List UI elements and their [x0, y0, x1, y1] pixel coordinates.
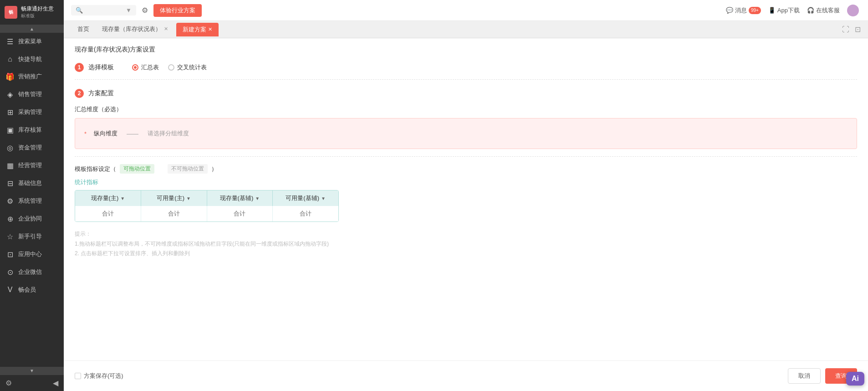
message-badge: 99+ — [749, 7, 761, 14]
section1-header: 1 选择模板 汇总表 交叉统计表 — [75, 63, 857, 72]
sidebar-item-sales[interactable]: ◈ 销售管理 — [0, 86, 64, 103]
section-choose-template: 1 选择模板 汇总表 交叉统计表 — [75, 63, 857, 80]
gift-icon: 🎁 — [5, 72, 15, 81]
radio-summary-indicator — [132, 64, 138, 71]
tab-home-label: 首页 — [77, 25, 89, 33]
new-guide-icon: ☆ — [5, 232, 15, 241]
page-content: 现存量(库存状况表)方案设置 1 选择模板 汇总表 交叉统计表 — [64, 38, 868, 360]
stats-col-0-dropdown[interactable]: ▼ — [120, 196, 125, 201]
section1-number: 1 — [75, 63, 84, 72]
message-button[interactable]: 💬 消息 99+ — [726, 6, 761, 15]
stats-table-row: 合计 合计 合计 合计 — [75, 206, 338, 221]
search-dropdown-icon[interactable]: ▼ — [126, 7, 132, 14]
stats-section-title: 统计指标 — [75, 178, 857, 186]
finance-icon: ◎ — [5, 144, 15, 152]
tab-inventory-status[interactable]: 现存量（库存状况表） ✕ — [96, 21, 174, 38]
save-option-label: 方案保存(可选) — [84, 372, 123, 380]
app-download-icon: 📱 — [768, 7, 776, 14]
cancel-button[interactable]: 取消 — [788, 368, 821, 384]
dimension-row: * 纵向维度 —— 请选择分组维度 — [84, 129, 189, 138]
tips-title: 提示： — [75, 231, 91, 237]
movable-badge: 可拖动位置 — [120, 164, 154, 174]
fixed-badge: 不可拖动位置 — [168, 164, 208, 174]
sidebar-item-inventory[interactable]: ▣ 库存核算 — [0, 121, 64, 139]
sidebar-item-finance[interactable]: ◎ 资金管理 — [0, 139, 64, 157]
tab-inventory-status-close[interactable]: ✕ — [164, 26, 168, 32]
sidebar-item-membership[interactable]: V 畅会员 — [0, 281, 64, 298]
sidebar-item-label: 应用中心 — [18, 250, 42, 258]
save-checkbox[interactable] — [75, 373, 81, 379]
stats-col-1-label: 可用量(主) — [157, 194, 184, 202]
dimension-box[interactable]: * 纵向维度 —— 请选择分组维度 — [75, 118, 857, 149]
sidebar-item-new-guide[interactable]: ☆ 新手引导 — [0, 228, 64, 246]
section2-number: 2 — [75, 89, 84, 98]
stats-cell-0: 合计 — [75, 206, 141, 221]
search-input[interactable] — [86, 7, 122, 14]
section1-title: 选择模板 — [88, 63, 114, 72]
stats-cell-2: 合计 — [207, 206, 273, 221]
sales-icon: ◈ — [5, 90, 15, 99]
sidebar-item-wechat[interactable]: ⊙ 企业微信 — [0, 263, 64, 281]
app-logo-icon: 畅 — [5, 6, 17, 19]
stats-col-2-label: 现存量(基辅) — [220, 194, 254, 202]
stats-col-1[interactable]: 可用量(主) ▼ — [141, 190, 207, 206]
search-menu-icon: ☰ — [5, 37, 15, 46]
tab-new-plan-close[interactable]: ✕ — [208, 26, 212, 32]
tab-new-plan[interactable]: 新建方案 ✕ — [176, 23, 219, 36]
sidebar-scroll-up[interactable]: ▲ — [0, 25, 64, 33]
sidebar-item-operations[interactable]: ▦ 经营管理 — [0, 157, 64, 175]
section2-header: 2 方案配置 — [75, 89, 857, 98]
sidebar-item-app-center[interactable]: ⊡ 应用中心 — [0, 246, 64, 263]
user-menu[interactable] — [847, 5, 861, 16]
stats-col-3-label: 可用量(基辅) — [286, 194, 319, 202]
trial-industry-button[interactable]: 体验行业方案 — [153, 4, 202, 17]
tab-expand-icon[interactable]: ⛶ — [842, 26, 849, 34]
app-center-icon: ⊡ — [5, 250, 15, 259]
stats-col-2-dropdown[interactable]: ▼ — [255, 196, 260, 201]
sidebar-item-basic-info[interactable]: ⊟ 基础信息 — [0, 175, 64, 192]
stats-col-2[interactable]: 现存量(基辅) ▼ — [207, 190, 273, 206]
stats-col-0[interactable]: 现存量(主) ▼ — [75, 190, 141, 206]
radio-summary-label: 汇总表 — [141, 63, 159, 72]
ai-floating-badge[interactable]: Ai — [846, 372, 864, 386]
sidebar-item-system[interactable]: ⚙ 系统管理 — [0, 192, 64, 210]
tab-new-plan-label: 新建方案 — [183, 26, 206, 34]
settings-icon[interactable]: ⚙ — [5, 379, 12, 387]
sidebar-item-quick-nav[interactable]: ⌂ 快捷导航 — [0, 51, 64, 68]
collapse-sidebar-icon[interactable]: ◀ — [53, 379, 58, 387]
tab-window-icon[interactable]: ⊡ — [855, 25, 861, 34]
sidebar-item-label: 系统管理 — [18, 197, 42, 205]
app-download-button[interactable]: 📱 App下载 — [768, 6, 800, 15]
dimension-placeholder: 请选择分组维度 — [148, 129, 189, 138]
tips-item-0: 1.拖动标题栏可以调整布局，不可跨维度或指标区域拖动栏目字段(只能在同一维度或指… — [75, 239, 857, 249]
tips-section: 提示： 1.拖动标题栏可以调整布局，不可跨维度或指标区域拖动栏目字段(只能在同一… — [75, 229, 857, 259]
page-title: 现存量(库存状况表)方案设置 — [75, 46, 857, 54]
message-label: 消息 — [735, 6, 747, 15]
basic-info-icon: ⊟ — [5, 179, 15, 188]
radio-summary[interactable]: 汇总表 — [132, 63, 159, 72]
sidebar-item-search-menu[interactable]: ☰ 搜索菜单 — [0, 33, 64, 51]
sidebar-item-cooperation[interactable]: ⊕ 企业协同 — [0, 210, 64, 228]
sidebar-item-marketing[interactable]: 🎁 营销推广 — [0, 68, 64, 86]
online-service-button[interactable]: 🎧 在线客服 — [807, 6, 840, 15]
radio-crosstab[interactable]: 交叉统计表 — [168, 63, 207, 72]
sidebar-scroll-down[interactable]: ▼ — [0, 367, 64, 375]
stats-table: 现存量(主) ▼ 可用量(主) ▼ 现存量(基辅) ▼ 可用量(基辅) — [75, 190, 339, 222]
required-mark: * — [84, 130, 87, 137]
save-option[interactable]: 方案保存(可选) — [75, 372, 123, 380]
sidebar-item-label: 企业协同 — [18, 215, 42, 223]
sidebar-nav: ☰ 搜索菜单 ⌂ 快捷导航 🎁 营销推广 ◈ 销售管理 ⊞ 采购管理 ▣ 库存核… — [0, 33, 64, 367]
section2-title: 方案配置 — [88, 89, 114, 98]
topbar: 🔍 ▼ ⚙ 体验行业方案 💬 消息 99+ 📱 App下载 🎧 在线客服 — [64, 0, 868, 21]
topbar-search-box[interactable]: 🔍 ▼ — [71, 5, 136, 15]
stats-cell-3: 合计 — [273, 206, 338, 221]
stats-col-1-dropdown[interactable]: ▼ — [186, 196, 191, 201]
stats-col-3[interactable]: 可用量(基辅) ▼ — [273, 190, 338, 206]
tab-home[interactable]: 首页 — [71, 21, 96, 38]
app-download-label: App下载 — [777, 6, 800, 15]
tabbar: 首页 现存量（库存状况表） ✕ 新建方案 ✕ ⛶ ⊡ — [64, 21, 868, 38]
topbar-gear-icon[interactable]: ⚙ — [142, 6, 148, 15]
stats-col-3-dropdown[interactable]: ▼ — [321, 196, 326, 201]
app-name: 畅康通好生意 — [21, 5, 54, 13]
sidebar-item-purchase[interactable]: ⊞ 采购管理 — [0, 103, 64, 121]
